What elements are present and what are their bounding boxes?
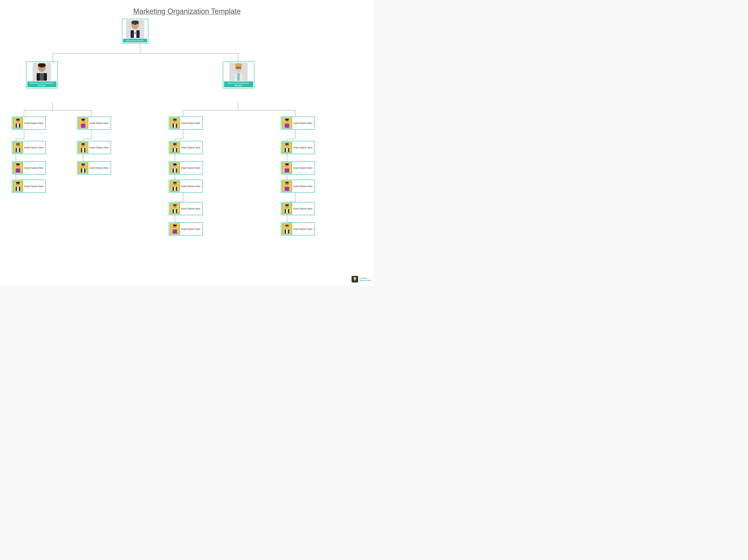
mcm-child2-sub2: Insert Name Here — [77, 161, 111, 174]
avatar-svg — [79, 164, 87, 172]
creately-brand: creately diagramming — [359, 277, 371, 282]
svg-point-79 — [17, 120, 17, 121]
svg-point-119 — [173, 120, 174, 121]
creately-logo: 💡 creately diagramming — [352, 276, 371, 283]
label: Insert Name Here — [293, 167, 313, 169]
svg-point-182 — [287, 226, 288, 227]
svg-point-97 — [19, 184, 19, 184]
label: Insert Name Here — [24, 167, 44, 169]
label: Insert Name Here — [293, 122, 313, 125]
avatar-svg — [171, 119, 179, 128]
label: Insert Name Here — [90, 167, 109, 169]
label: Insert Name Here — [293, 228, 313, 230]
svg-point-102 — [84, 120, 85, 121]
label: Insert Name Here — [293, 146, 313, 149]
svg-rect-174 — [286, 209, 288, 213]
svg-point-132 — [176, 165, 176, 166]
label: Insert Name Here — [293, 185, 313, 188]
svg-point-159 — [285, 145, 286, 145]
svg-rect-124 — [174, 148, 176, 152]
svg-rect-168 — [285, 187, 289, 191]
mcm-child2: Insert Name Here — [77, 117, 111, 130]
svg-rect-163 — [285, 168, 289, 172]
svg-point-62 — [40, 67, 41, 68]
svg-rect-95 — [17, 187, 19, 191]
avatar-svg — [14, 143, 22, 152]
mcm-node-label: Marketing Communication Manager — [27, 81, 56, 87]
svg-rect-59 — [40, 73, 44, 81]
root-node-box: Marketing Director — [122, 19, 148, 44]
svg-point-120 — [176, 120, 176, 121]
mcm-child1-sub1: Insert Name Here — [12, 141, 46, 154]
svg-point-113 — [82, 165, 83, 166]
page: Marketing Organization Template — [0, 0, 374, 286]
svg-point-148 — [173, 226, 174, 227]
svg-rect-136 — [174, 187, 176, 191]
svg-point-154 — [287, 120, 288, 121]
svg-point-108 — [84, 145, 85, 145]
svg-rect-142 — [174, 209, 176, 213]
svg-point-85 — [17, 145, 17, 145]
bdm-child1-sub1: Insert Name Here — [169, 141, 203, 154]
svg-point-63 — [43, 67, 44, 68]
svg-point-165 — [287, 165, 288, 166]
bdm-photo — [229, 63, 248, 81]
bdm-node-box: Business Development Manager — [223, 62, 254, 89]
mcm-node-box: Marketing Communication Manager — [26, 62, 58, 89]
svg-rect-112 — [83, 168, 84, 172]
bdm-node: Business Development Manager — [223, 62, 254, 89]
svg-rect-72 — [237, 73, 240, 81]
svg-point-101 — [82, 120, 83, 121]
svg-rect-106 — [83, 148, 84, 152]
label: Insert Name Here — [24, 185, 44, 188]
bdm-child1-sub3: Insert Name Here — [169, 179, 203, 193]
svg-point-54 — [133, 24, 134, 25]
avatar-svg — [283, 143, 291, 152]
svg-point-169 — [285, 184, 286, 184]
label: Insert Name Here — [90, 146, 109, 149]
bdm-child2-sub1: Insert Name Here — [281, 141, 315, 154]
root-photo — [126, 20, 144, 38]
bdm-child2-sub3-s2: Insert Name Here — [281, 222, 315, 236]
mcm-child1-sub2: Insert Name Here — [12, 161, 46, 174]
svg-point-73 — [237, 67, 238, 68]
svg-point-131 — [173, 165, 174, 166]
mcm-photo — [32, 63, 51, 81]
svg-point-170 — [287, 184, 288, 184]
svg-rect-158 — [286, 148, 288, 152]
svg-point-64 — [40, 69, 44, 71]
svg-point-80 — [19, 120, 19, 121]
label: Insert Name Here — [181, 146, 201, 149]
creately-icon: 💡 — [352, 276, 358, 283]
avatar-svg — [171, 164, 179, 172]
mcm-child1-sub3: Insert Name Here — [12, 179, 46, 193]
org-chart: Marketing Director — [6, 17, 369, 282]
svg-rect-152 — [285, 124, 289, 128]
label: Insert Name Here — [181, 185, 201, 188]
svg-point-160 — [287, 145, 288, 145]
avatar-svg — [79, 143, 87, 152]
mcm-child1: Insert Name Here — [12, 117, 46, 130]
label: Insert Name Here — [24, 146, 44, 149]
svg-point-137 — [173, 184, 174, 184]
svg-rect-180 — [286, 229, 288, 234]
bdm-child2-sub3: Insert Name Here — [281, 179, 315, 193]
mcm-child2-sub1: Insert Name Here — [77, 141, 111, 154]
svg-point-181 — [285, 226, 286, 227]
label: Insert Name Here — [293, 207, 313, 210]
avatar-svg — [283, 164, 291, 172]
avatar-svg — [283, 119, 291, 128]
bdm-child2-sub3-s1: Insert Name Here — [281, 202, 315, 215]
svg-point-138 — [176, 184, 176, 184]
avatar-svg — [79, 119, 87, 128]
root-node: Marketing Director — [122, 19, 148, 44]
bdm-child1-sub3-s2: Insert Name Here — [169, 222, 203, 236]
svg-point-107 — [82, 145, 83, 145]
avatar-svg — [171, 225, 179, 234]
mcm-node: Marketing Communication Manager — [26, 62, 58, 89]
svg-rect-100 — [81, 124, 86, 128]
director-avatar-svg — [127, 21, 143, 38]
svg-point-143 — [173, 206, 174, 206]
page-title: Marketing Organization Template — [4, 4, 370, 16]
svg-point-125 — [173, 145, 174, 145]
